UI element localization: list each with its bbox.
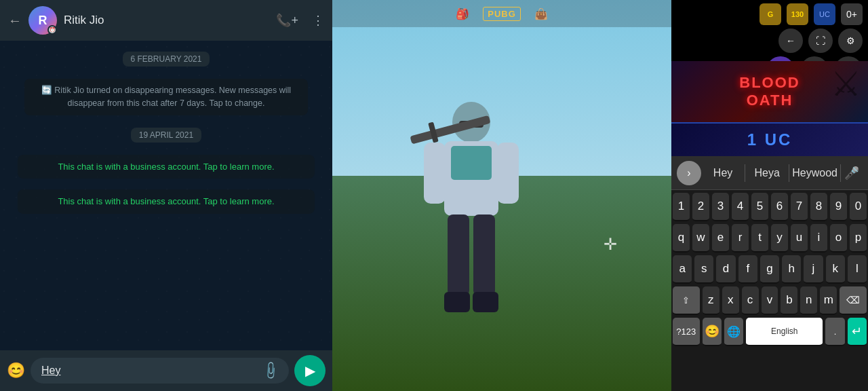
key-q[interactable]: q [673, 224, 690, 253]
key-s[interactable]: s [694, 255, 713, 284]
shift-key[interactable]: ⇧ [673, 286, 700, 315]
message-input-box[interactable]: Hey 📎 [31, 358, 289, 384]
chat-header: ← R ⏰ Ritik Jio 📞+ ⋮ [0, 0, 332, 41]
back-button[interactable]: ← [8, 13, 22, 29]
key-p[interactable]: p [850, 224, 867, 253]
message-input-text[interactable]: Hey [41, 365, 258, 377]
key-k[interactable]: k [826, 255, 845, 284]
chat-input-area: 😊 Hey 📎 ▶ [0, 350, 332, 391]
key-m[interactable]: m [820, 286, 837, 315]
key-y[interactable]: y [771, 224, 788, 253]
key-l[interactable]: l [848, 255, 867, 284]
emoji-key[interactable]: 😊 [703, 318, 722, 346]
attach-icon[interactable]: 📎 [260, 360, 281, 381]
contact-name[interactable]: Ritik Jio [64, 14, 269, 27]
key-r[interactable]: r [732, 224, 749, 253]
svg-rect-8 [448, 215, 469, 296]
key-9[interactable]: 9 [830, 193, 847, 221]
key-2[interactable]: 2 [692, 193, 709, 221]
system-message-text: Ritik Jio turned on disappearing message… [54, 86, 291, 108]
business-message-2[interactable]: This chat is with a business account. Ta… [18, 189, 315, 214]
settings-icon[interactable]: ⚙ [838, 29, 863, 53]
gold-icon[interactable]: G [760, 3, 781, 25]
period-key[interactable]: . [825, 318, 844, 346]
enter-key[interactable]: ↵ [848, 318, 867, 346]
game-hud-top: 🎒 PUBG 👜 [332, 0, 671, 27]
key-5[interactable]: 5 [751, 193, 768, 221]
key-b[interactable]: b [781, 286, 797, 315]
uc-icon[interactable]: UC [814, 3, 835, 25]
blood-oath-ad[interactable]: BLOOD OATH ⚔ [671, 61, 868, 122]
asdf-row: a s d f g h j k l [673, 255, 867, 284]
date-badge-2: 19 APRIL 2021 [131, 128, 201, 143]
key-e[interactable]: e [712, 224, 729, 253]
key-a[interactable]: a [673, 255, 692, 284]
bag-icon: 👜 [534, 7, 548, 20]
suggest-arrow[interactable]: › [677, 161, 701, 185]
more-options-icon[interactable]: ⋮ [312, 13, 324, 28]
add-icon[interactable]: 0+ [841, 3, 863, 25]
system-message[interactable]: 🔄 Ritik Jio turned on disappearing messa… [24, 79, 308, 115]
ad-content: BLOOD OATH [739, 74, 800, 109]
key-v[interactable]: v [762, 286, 778, 315]
game-controls-top: G 130 UC 0+ ← ⛶ ⚙ RP ⛶ 🛒 [671, 0, 868, 61]
backspace-key[interactable]: ⌫ [840, 286, 867, 315]
second-row-icons: ← ⛶ ⚙ [778, 29, 863, 53]
avatar[interactable]: R ⏰ [28, 6, 57, 35]
svg-rect-12 [451, 146, 492, 180]
backpack-icon: 🎒 [456, 7, 469, 20]
key-i[interactable]: i [810, 224, 827, 253]
key-0[interactable]: 0 [850, 193, 867, 221]
score-icon: 130 [787, 3, 808, 25]
globe-key[interactable]: 🌐 [724, 318, 743, 346]
svg-rect-5 [497, 143, 519, 204]
svg-rect-4 [424, 143, 446, 204]
key-o[interactable]: o [830, 224, 847, 253]
key-j[interactable]: j [804, 255, 823, 284]
suggestion-heywood[interactable]: Heywood [789, 164, 841, 182]
chat-panel: ← R ⏰ Ritik Jio 📞+ ⋮ 6 FEBRUARY 2021 🔄 R… [0, 0, 332, 391]
top-icons-row: G 130 UC 0+ [760, 3, 863, 25]
key-g[interactable]: g [760, 255, 779, 284]
date-badge-1: 6 FEBRUARY 2021 [123, 52, 210, 67]
suggestion-heya[interactable]: Heya [745, 164, 789, 182]
numbers-key[interactable]: ?123 [673, 318, 700, 346]
space-key[interactable]: English [746, 318, 823, 346]
back-icon[interactable]: ← [778, 29, 803, 53]
key-6[interactable]: 6 [771, 193, 788, 221]
key-d[interactable]: d [716, 255, 735, 284]
uc-label: 1 UC [747, 130, 793, 149]
key-3[interactable]: 3 [712, 193, 729, 221]
key-w[interactable]: w [692, 224, 709, 253]
ad-subtitle: OATH [747, 92, 793, 109]
uc-banner[interactable]: 1 UC [671, 122, 868, 156]
number-row: 1 2 3 4 5 6 7 8 9 0 [673, 193, 867, 221]
header-actions: 📞+ ⋮ [276, 13, 324, 28]
suggestion-hey[interactable]: Hey [701, 164, 745, 182]
key-x[interactable]: x [722, 286, 739, 315]
key-1[interactable]: 1 [673, 193, 690, 221]
key-7[interactable]: 7 [791, 193, 808, 221]
emoji-button[interactable]: 😊 [7, 362, 25, 379]
key-c[interactable]: c [742, 286, 759, 315]
ad-title: BLOOD [739, 74, 800, 92]
key-u[interactable]: u [791, 224, 808, 253]
messages-area: 6 FEBRUARY 2021 🔄 Ritik Jio turned on di… [0, 41, 332, 350]
pubg-logo: PUBG [483, 7, 521, 21]
key-f[interactable]: f [738, 255, 757, 284]
svg-rect-9 [473, 215, 495, 296]
call-icon[interactable]: 📞+ [276, 13, 298, 28]
key-n[interactable]: n [800, 286, 817, 315]
key-8[interactable]: 8 [810, 193, 827, 221]
mic-button[interactable]: 🎤 [841, 162, 863, 184]
avatar-status-badge: ⏰ [47, 25, 57, 35]
key-4[interactable]: 4 [732, 193, 749, 221]
key-h[interactable]: h [782, 255, 801, 284]
key-z[interactable]: z [703, 286, 719, 315]
keyboard-suggestions: › Hey Heya Heywood 🎤 [671, 156, 868, 190]
svg-rect-11 [473, 292, 498, 312]
business-message-1[interactable]: This chat is with a business account. Ta… [18, 155, 315, 179]
fullscreen-icon[interactable]: ⛶ [808, 29, 833, 53]
send-button[interactable]: ▶ [294, 355, 326, 386]
key-t[interactable]: t [751, 224, 768, 253]
